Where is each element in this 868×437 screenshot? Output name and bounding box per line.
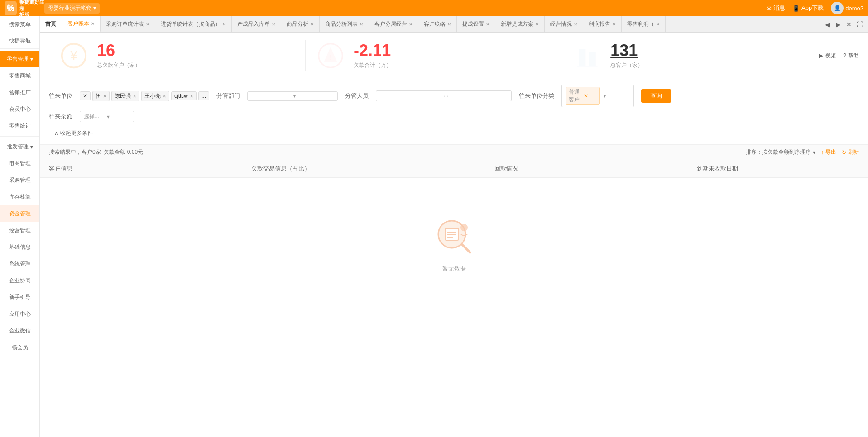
top-bar: 畅 畅捷通好生意 标版 母婴行业演示帐套 ▾ ✉ 消息 📱 App下载 👤 de… bbox=[0, 0, 868, 16]
filter-tag-more[interactable]: ... bbox=[198, 91, 209, 100]
collapse-button[interactable]: ∧ 收起更多条件 bbox=[49, 128, 859, 139]
tab-close-purchase[interactable]: ✕ bbox=[146, 22, 149, 27]
tab-close-profit[interactable]: ✕ bbox=[612, 22, 616, 27]
person-input[interactable]: ··· bbox=[376, 90, 512, 101]
tab-close-product-analysis[interactable]: ✕ bbox=[310, 22, 314, 27]
sidebar-item-retail-stats[interactable]: 零售统计 bbox=[0, 118, 39, 134]
tab-product-analysis[interactable]: 商品分析 ✕ bbox=[281, 16, 320, 32]
main-content-wrapper: 首页 客户账本 ✕ 采购订单统计表 ✕ 进货单统计表（按商品） ✕ 产成品入库单… bbox=[40, 16, 868, 437]
tab-close-customer-segment[interactable]: ✕ bbox=[409, 22, 412, 27]
tab-close-all-btn[interactable]: ✕ bbox=[844, 20, 854, 29]
svg-rect-5 bbox=[579, 49, 585, 66]
quick-nav-label[interactable]: 快捷导航 bbox=[0, 33, 39, 47]
sidebar-item-inventory[interactable]: 库存核算 bbox=[0, 189, 39, 205]
customer-type-close[interactable]: ✕ bbox=[584, 93, 597, 99]
tab-customer-account[interactable]: 客户账本 ✕ bbox=[62, 16, 101, 32]
tab-close-product-analysis-list[interactable]: ✕ bbox=[360, 22, 363, 27]
sidebar-item-finance[interactable]: 资金管理 bbox=[0, 205, 39, 222]
tab-purchase-order-stats[interactable]: 采购订单统计表 ✕ bbox=[101, 16, 155, 32]
tab-prev-btn[interactable]: ◀ bbox=[823, 20, 832, 29]
refresh-button[interactable]: ↻ 刷新 bbox=[842, 148, 859, 156]
unit-type-select[interactable]: 普通客户 ✕ ▾ bbox=[561, 85, 634, 107]
stats-row: ¥ 16 总欠款客户（家） bbox=[40, 33, 868, 79]
filter-tag-chen-close[interactable]: ✕ bbox=[133, 94, 136, 99]
tab-fullscreen-btn[interactable]: ⛶ bbox=[855, 20, 864, 29]
result-bar-right: 排序：按欠款金额到序理序 ▾ ↑ 导出 ↻ 刷新 bbox=[746, 148, 859, 156]
filter-tag-x-icon: ✕ bbox=[83, 93, 87, 99]
stat-total-customers: 131 总客户（家） bbox=[562, 40, 819, 71]
export-button[interactable]: ↑ 导出 bbox=[821, 148, 836, 156]
tab-product-analysis-list[interactable]: 商品分析列表 ✕ bbox=[320, 16, 369, 32]
video-action[interactable]: ▶ 视频 bbox=[819, 52, 836, 60]
sidebar-item-basic[interactable]: 基础信息 bbox=[0, 239, 39, 256]
sidebar-item-retail-label: 零售管理 bbox=[7, 55, 29, 63]
content-area: ¥ 16 总欠款客户（家） bbox=[40, 33, 868, 437]
app-download-link[interactable]: 📱 App下载 bbox=[792, 4, 824, 12]
page-content: ¥ 16 总欠款客户（家） bbox=[40, 33, 868, 437]
tab-close-product-inbound[interactable]: ✕ bbox=[272, 22, 275, 27]
sidebar-item-member[interactable]: 会员中心 bbox=[0, 101, 39, 118]
tab-new-promotion[interactable]: 新增提成方案 ✕ bbox=[495, 16, 545, 32]
filter-tag-wang-close[interactable]: ✕ bbox=[163, 94, 166, 99]
tab-inbound-stats[interactable]: 进货单统计表（按商品） ✕ bbox=[155, 16, 232, 32]
tab-close-new-promotion[interactable]: ✕ bbox=[535, 22, 539, 27]
tab-close-promotion[interactable]: ✕ bbox=[486, 22, 489, 27]
stat-total-debt-amount: ! -2.11 欠款合计（万） bbox=[306, 40, 562, 71]
col-header-date: 到期未收款日期 bbox=[697, 165, 859, 173]
filter-tag-wu-close[interactable]: ✕ bbox=[103, 94, 106, 99]
tab-close-customer-contact[interactable]: ✕ bbox=[447, 22, 451, 27]
tab-retail-profit[interactable]: 零售利润（ ✕ bbox=[622, 16, 666, 32]
tab-close-inbound[interactable]: ✕ bbox=[222, 22, 226, 27]
sidebar-item-vip-member[interactable]: 畅会员 bbox=[0, 339, 39, 356]
col-header-debt: 欠款交易信息（占比） bbox=[251, 165, 494, 173]
data-table: 客户信息 欠款交易信息（占比） 回款情况 到期未收款日期 bbox=[40, 160, 868, 309]
tab-next-btn[interactable]: ▶ bbox=[834, 20, 843, 29]
tab-customer-contact[interactable]: 客户联络 ✕ bbox=[418, 16, 457, 32]
balance-select[interactable]: 选择... ▾ bbox=[80, 111, 134, 122]
tab-close-customer-account[interactable]: ✕ bbox=[91, 21, 95, 26]
sidebar-search[interactable]: 搜索菜单 bbox=[0, 16, 39, 33]
avatar: 👤 bbox=[831, 2, 844, 14]
sidebar-item-app-center[interactable]: 应用中心 bbox=[0, 306, 39, 323]
help-action[interactable]: ? 帮助 bbox=[843, 52, 859, 60]
sidebar-item-marketing[interactable]: 营销推广 bbox=[0, 84, 39, 101]
user-area[interactable]: 👤 demo2 bbox=[831, 2, 863, 14]
main-layout: 搜索菜单 快捷导航 零售管理 ▾ 零售商城 营销推广 会员中心 零售统计 批发管… bbox=[0, 16, 868, 437]
filter-tag-cjttcw-close[interactable]: ✕ bbox=[190, 94, 193, 99]
industry-selector[interactable]: 母婴行业演示帐套 ▾ bbox=[44, 3, 100, 14]
department-select[interactable]: ▾ bbox=[247, 91, 338, 101]
sidebar-item-purchase[interactable]: 采购管理 bbox=[0, 172, 39, 189]
svg-rect-7 bbox=[577, 66, 598, 67]
sidebar-item-operations[interactable]: 经营管理 bbox=[0, 222, 39, 239]
balance-label: 往来余额 bbox=[49, 113, 72, 121]
empty-text: 暂无数据 bbox=[442, 265, 466, 273]
sidebar-item-newbie[interactable]: 新手引导 bbox=[0, 289, 39, 306]
stat-label-total: 总客户（家） bbox=[610, 62, 643, 69]
query-button[interactable]: 查询 bbox=[641, 89, 671, 103]
tab-customer-segment[interactable]: 客户分层经营 ✕ bbox=[369, 16, 418, 32]
tab-product-inbound[interactable]: 产成品入库单 ✕ bbox=[232, 16, 281, 32]
sidebar-divider-2 bbox=[0, 136, 39, 137]
sidebar-item-retail[interactable]: 零售管理 ▾ bbox=[0, 51, 39, 67]
sidebar-item-system[interactable]: 系统管理 bbox=[0, 256, 39, 272]
balance-arrow: ▾ bbox=[107, 114, 130, 120]
sidebar-item-ecommerce[interactable]: 电商管理 bbox=[0, 155, 39, 172]
sidebar-item-retail-mall[interactable]: 零售商城 bbox=[0, 67, 39, 84]
sort-label: 排序：按欠款金额到序理序 bbox=[746, 148, 811, 156]
tab-profit-report[interactable]: 利润报告 ✕ bbox=[583, 16, 622, 32]
debt-icon: ! bbox=[315, 40, 346, 71]
svg-rect-6 bbox=[589, 52, 596, 66]
sidebar-item-wholesale[interactable]: 批发管理 ▾ bbox=[0, 138, 39, 155]
tab-close-retail-profit[interactable]: ✕ bbox=[656, 22, 660, 27]
result-bar: 搜索结果中，客户0家 欠款金额 0.00元 排序：按欠款金额到序理序 ▾ ↑ 导… bbox=[40, 145, 868, 160]
message-link[interactable]: ✉ 消息 bbox=[767, 4, 785, 12]
tab-home[interactable]: 首页 bbox=[40, 16, 62, 32]
refresh-icon: ↻ bbox=[842, 149, 846, 156]
tab-business-status[interactable]: 经营情况 ✕ bbox=[545, 16, 583, 32]
tab-promotion-settings[interactable]: 提成设置 ✕ bbox=[457, 16, 495, 32]
tab-close-business[interactable]: ✕ bbox=[574, 22, 577, 27]
sidebar-item-enterprise[interactable]: 企业协同 bbox=[0, 272, 39, 289]
filter-tags: ✕ 伍 ✕ 陈民强 ✕ bbox=[80, 91, 209, 101]
sort-selector[interactable]: 排序：按欠款金额到序理序 ▾ bbox=[746, 148, 815, 156]
sidebar-item-enterprise-wechat[interactable]: 企业微信 bbox=[0, 323, 39, 339]
